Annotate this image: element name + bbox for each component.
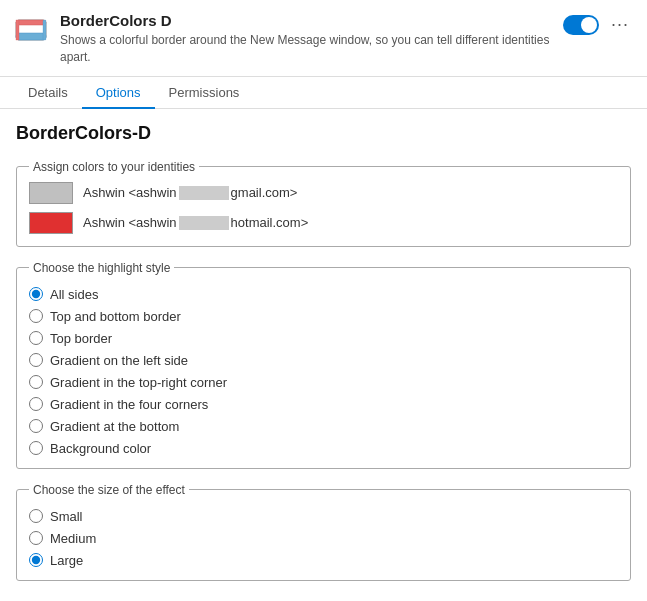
highlight-radio-group: All sides Top and bottom border Top bord…: [29, 283, 618, 456]
tab-details[interactable]: Details: [14, 77, 82, 109]
size-radio-0[interactable]: [29, 509, 43, 523]
header: BorderColors D Shows a colorful border a…: [0, 0, 647, 77]
tab-options[interactable]: Options: [82, 77, 155, 109]
highlight-option-label-0: All sides: [50, 287, 98, 302]
highlight-option-label-5: Gradient in the four corners: [50, 397, 208, 412]
highlight-option-label-7: Background color: [50, 441, 151, 456]
size-radio-1[interactable]: [29, 531, 43, 545]
svg-rect-3: [16, 20, 19, 40]
size-option-label-1: Medium: [50, 531, 96, 546]
size-radio-2[interactable]: [29, 553, 43, 567]
highlight-option-4[interactable]: Gradient in the top-right corner: [29, 375, 618, 390]
highlight-option-label-3: Gradient on the left side: [50, 353, 188, 368]
page-title: BorderColors-D: [16, 123, 631, 144]
highlight-option-label-1: Top and bottom border: [50, 309, 181, 324]
addon-icon: [14, 12, 50, 48]
highlight-option-5[interactable]: Gradient in the four corners: [29, 397, 618, 412]
toggle-switch[interactable]: [563, 15, 599, 35]
highlight-option-1[interactable]: Top and bottom border: [29, 309, 618, 324]
highlight-radio-5[interactable]: [29, 397, 43, 411]
highlight-option-3[interactable]: Gradient on the left side: [29, 353, 618, 368]
highlight-radio-0[interactable]: [29, 287, 43, 301]
svg-rect-4: [43, 20, 46, 40]
size-legend: Choose the size of the effect: [29, 483, 189, 497]
main-content: BorderColors-D Assign colors to your ide…: [0, 109, 647, 601]
highlight-radio-1[interactable]: [29, 309, 43, 323]
identity-label-hotmail: Ashwin <ashwinhotmail.com>: [83, 215, 308, 231]
header-title: BorderColors D: [60, 12, 553, 29]
identities-legend: Assign colors to your identities: [29, 160, 199, 174]
highlight-option-6[interactable]: Gradient at the bottom: [29, 419, 618, 434]
color-swatch-gmail[interactable]: [29, 182, 73, 204]
highlight-section: Choose the highlight style All sides Top…: [16, 261, 631, 469]
size-radio-group: Small Medium Large: [29, 505, 618, 568]
header-description: Shows a colorful border around the New M…: [60, 32, 553, 66]
svg-rect-1: [16, 20, 46, 25]
highlight-radio-7[interactable]: [29, 441, 43, 455]
highlight-radio-2[interactable]: [29, 331, 43, 345]
tab-permissions[interactable]: Permissions: [155, 77, 254, 109]
size-option-label-0: Small: [50, 509, 83, 524]
svg-rect-2: [16, 33, 46, 40]
identity-row: Ashwin <ashwingmail.com>: [29, 182, 618, 204]
size-section: Choose the size of the effect Small Medi…: [16, 483, 631, 581]
highlight-option-0[interactable]: All sides: [29, 287, 618, 302]
highlight-legend: Choose the highlight style: [29, 261, 174, 275]
more-options-button[interactable]: ···: [607, 12, 633, 37]
highlight-radio-6[interactable]: [29, 419, 43, 433]
highlight-option-label-2: Top border: [50, 331, 112, 346]
highlight-option-label-6: Gradient at the bottom: [50, 419, 179, 434]
highlight-option-2[interactable]: Top border: [29, 331, 618, 346]
header-text: BorderColors D Shows a colorful border a…: [60, 12, 553, 66]
size-option-1[interactable]: Medium: [29, 531, 618, 546]
header-controls: ···: [563, 12, 633, 37]
color-swatch-hotmail[interactable]: [29, 212, 73, 234]
highlight-option-7[interactable]: Background color: [29, 441, 618, 456]
size-option-2[interactable]: Large: [29, 553, 618, 568]
size-option-label-2: Large: [50, 553, 83, 568]
highlight-radio-4[interactable]: [29, 375, 43, 389]
tabs-bar: Details Options Permissions: [0, 77, 647, 109]
highlight-radio-3[interactable]: [29, 353, 43, 367]
highlight-option-label-4: Gradient in the top-right corner: [50, 375, 227, 390]
size-option-0[interactable]: Small: [29, 509, 618, 524]
identity-row-2: Ashwin <ashwinhotmail.com>: [29, 212, 618, 234]
identities-section: Assign colors to your identities Ashwin …: [16, 160, 631, 247]
identity-label-gmail: Ashwin <ashwingmail.com>: [83, 185, 297, 201]
